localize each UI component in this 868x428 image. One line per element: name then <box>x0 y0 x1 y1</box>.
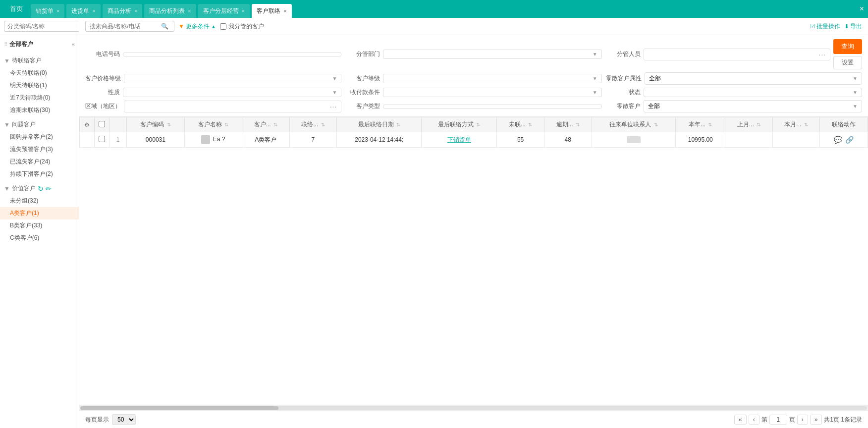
manager-select[interactable]: ··· <box>644 49 830 60</box>
scatter-attr-select[interactable]: 全部▼ <box>645 72 862 85</box>
close-customer-segment[interactable]: × <box>242 8 245 14</box>
filter-phone: 电话号码 <box>85 50 341 58</box>
close-product-analysis[interactable]: × <box>134 8 137 14</box>
edit-icon[interactable]: ✏ <box>46 185 52 193</box>
filter-search-box[interactable]: 🔍 <box>85 21 174 32</box>
settings-button[interactable]: 设置 <box>833 56 862 69</box>
sidebar-search-input[interactable] <box>4 21 79 32</box>
sidebar-item-7days-contact[interactable]: 近7天待联络(0) <box>0 92 79 104</box>
sidebar-item-b-class[interactable]: B类客户(33) <box>0 219 79 232</box>
payment-arrow: ▼ <box>593 90 597 95</box>
all-customers-title[interactable]: ⠿ 全部客户 « <box>0 37 79 52</box>
col-overdue[interactable]: 逾期... ⇅ <box>544 117 592 132</box>
collapse-icon[interactable]: « <box>72 42 75 47</box>
select-all-checkbox[interactable] <box>99 121 105 127</box>
scatter-cust-select[interactable]: 全部▼ <box>644 100 862 112</box>
close-product-analysis-list[interactable]: × <box>188 8 191 14</box>
cust-level-select[interactable]: ▼ <box>383 74 601 83</box>
tab-customer-contact[interactable]: 客户联络 × <box>252 4 291 18</box>
col-name[interactable]: 客户名称 ⇅ <box>184 117 242 132</box>
col-contact[interactable]: 联络... ⇅ <box>289 117 337 132</box>
sidebar-item-lost[interactable]: 已流失客户(24) <box>0 156 79 168</box>
horizontal-scrollbar[interactable] <box>79 405 868 411</box>
scrollbar-track[interactable] <box>80 406 867 410</box>
sidebar-item-tomorrow-contact[interactable]: 明天待联络(1) <box>0 79 79 92</box>
col-code[interactable]: 客户编码 ⇅ <box>127 117 184 132</box>
filter-search-icon[interactable]: 🔍 <box>161 23 168 30</box>
row-not-contact: 55 <box>497 132 544 148</box>
scrollbar-thumb[interactable] <box>80 406 278 410</box>
col-last-month[interactable]: 上月... ⇅ <box>725 117 773 132</box>
page-size-select[interactable]: 50 <box>112 414 136 425</box>
unit-contact-placeholder <box>627 136 641 143</box>
next-page-button[interactable]: › <box>797 415 808 425</box>
row-last-way[interactable]: 下销货单 <box>422 132 497 148</box>
sidebar-item-loss-warning[interactable]: 流失预警客户(3) <box>0 143 79 156</box>
sidebar-item-a-class[interactable]: A类客户(1) <box>0 207 79 219</box>
query-button[interactable]: 查询 <box>833 39 862 54</box>
close-all-tabs[interactable]: × <box>860 4 864 13</box>
col-this-year[interactable]: 本年... ⇅ <box>676 117 725 132</box>
export-button[interactable]: ⬇ 导出 <box>844 22 862 31</box>
sidebar-item-overdue-contact[interactable]: 逾期未联络(30) <box>0 104 79 116</box>
status-select[interactable]: ▼ <box>644 88 862 97</box>
close-purchase-order[interactable]: × <box>92 8 95 14</box>
col-not-contact[interactable]: 未联... ⇅ <box>497 117 544 132</box>
region-select[interactable]: ··· <box>124 101 341 112</box>
sidebar-search-area: 🔍 <box>0 18 79 35</box>
page-input[interactable] <box>769 415 787 425</box>
col-last-way[interactable]: 最后联络方式 ⇅ <box>422 117 497 132</box>
filter-scatter-cust: 零散客户 全部▼ <box>606 100 862 112</box>
nature-arrow: ▼ <box>332 90 337 95</box>
row-name[interactable]: Ea ? <box>184 132 242 148</box>
row-this-month <box>772 132 820 148</box>
message-icon[interactable]: 💬 <box>834 136 842 144</box>
payment-select[interactable]: ▼ <box>383 88 601 97</box>
filter-grid-area: 电话号码 分管部门 ▼ 分管人员 ··· <box>79 35 868 117</box>
tab-product-analysis-list[interactable]: 商品分析列表 × <box>144 4 196 18</box>
refresh-icon[interactable]: ↻ <box>38 185 44 193</box>
tab-sales-order[interactable]: 销货单 × <box>31 4 64 18</box>
sidebar-item-c-class[interactable]: C类客户(6) <box>0 232 79 244</box>
value-customers-title[interactable]: ▼ 价值客户 ↻ ✏ <box>0 182 79 195</box>
row-checkbox-cell <box>95 132 109 148</box>
col-unit-contact[interactable]: 往来单位联系人 ⇅ <box>592 117 676 132</box>
close-sales-order[interactable]: × <box>56 8 59 14</box>
close-customer-contact[interactable]: × <box>283 8 286 14</box>
home-tab[interactable]: 首页 <box>4 0 29 18</box>
price-level-select[interactable]: ▼ <box>124 74 341 83</box>
tab-product-analysis[interactable]: 商品分析 × <box>103 4 142 18</box>
batch-operation-button[interactable]: ☑ 批量操作 <box>810 22 840 31</box>
dept-select[interactable]: ▼ <box>383 50 601 59</box>
row-code[interactable]: 000031 <box>127 132 184 148</box>
sidebar-item-no-group[interactable]: 未分组(32) <box>0 195 79 207</box>
last-page-button[interactable]: » <box>810 415 822 425</box>
pagination: « ‹ 第 页 › » 共1页 1条记录 <box>734 415 862 425</box>
tab-customer-segment[interactable]: 客户分层经营 × <box>198 4 250 18</box>
sidebar-item-declining[interactable]: 持续下滑客户(2) <box>0 168 79 180</box>
pending-contact-title[interactable]: ▼ 待联络客户 <box>0 54 79 67</box>
col-last-date[interactable]: 最后联络日期 ⇅ <box>337 117 422 132</box>
filter-row-1: 电话号码 分管部门 ▼ 分管人员 ··· <box>85 39 862 69</box>
col-level[interactable]: 客户... ⇅ <box>242 117 290 132</box>
phone-input[interactable] <box>123 53 341 56</box>
prev-page-button[interactable]: ‹ <box>749 415 760 425</box>
col-action: 联络动作 <box>820 117 868 132</box>
nature-select[interactable]: ▼ <box>123 88 341 97</box>
filter-status: 状态 ▼ <box>606 88 862 97</box>
filter-price-level: 客户价格等级 ▼ <box>85 74 341 83</box>
more-filters-button[interactable]: ▼ 更多条件 ▲ <box>178 22 216 31</box>
tab-purchase-order[interactable]: 进货单 × <box>66 4 100 18</box>
sidebar-item-today-contact[interactable]: 今天待联络(0) <box>0 67 79 79</box>
col-settings[interactable]: ⚙ <box>80 117 95 132</box>
first-page-button[interactable]: « <box>734 415 747 425</box>
sidebar-item-repurchase-abnormal[interactable]: 回购异常客户(2) <box>0 131 79 143</box>
filter-search-input[interactable] <box>90 23 159 30</box>
col-this-month[interactable]: 本月... ⇅ <box>772 117 820 132</box>
my-customers-checkbox[interactable] <box>220 23 226 30</box>
link-icon[interactable]: 🔗 <box>845 136 854 144</box>
cust-type-input[interactable] <box>383 105 601 108</box>
row-checkbox[interactable] <box>99 136 105 142</box>
my-customers-checkbox-area[interactable]: 我分管的客户 <box>220 22 264 31</box>
problem-customers-title[interactable]: ▼ 问题客户 <box>0 118 79 131</box>
